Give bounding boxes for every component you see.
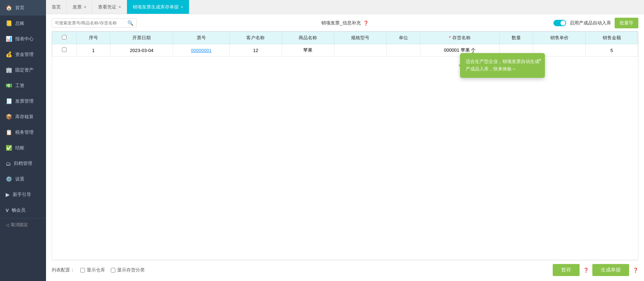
sidebar-item-label: 固定资产 <box>15 67 34 73</box>
save-help-icon[interactable]: ❓ <box>583 268 589 273</box>
settle-icon: ✅ <box>6 145 12 151</box>
tab-voucher-close[interactable]: × <box>119 5 121 10</box>
undo-label: 取消固定 <box>11 222 28 228</box>
sidebar-item-salary[interactable]: 💵 工资 <box>0 78 46 93</box>
vip-icon: V <box>6 208 9 213</box>
ledger-icon: 📒 <box>6 20 12 27</box>
sidebar-item-settle[interactable]: ✅ 结账 <box>0 140 46 156</box>
sidebar-item-report[interactable]: 📊 报表中心 <box>0 31 46 47</box>
header-unit: 单位 <box>386 32 420 44</box>
sidebar-item-tax[interactable]: 📋 税务管理 <box>0 125 46 140</box>
header-spec: 规格型号 <box>334 32 386 44</box>
bottom-bar: 列表配置： 显示仓库 显示存货分类 暂存 ❓ 生成单据 ❓ <box>52 260 638 277</box>
sidebar-item-invoice[interactable]: 🧾 发票管理 <box>0 93 46 109</box>
sidebar-item-fund[interactable]: 💰 资金管理 <box>0 47 46 62</box>
info-help-icon[interactable]: ❓ <box>363 21 369 26</box>
table-body: 1 2023-03-04 00000001 12 苹果 000001 苹果 个 … <box>52 44 638 57</box>
header-seq: 序号 <box>76 32 110 44</box>
tab-stock-close[interactable]: × <box>181 5 183 10</box>
guide-icon: ▶ <box>6 191 10 198</box>
tax-icon: 📋 <box>6 129 12 136</box>
header-date: 开票日期 <box>110 32 173 44</box>
top-bar: 🔍 销项发票_信息补充 ❓ 启用产成品自动入库 批量导 <box>52 18 638 28</box>
row-checkbox[interactable] <box>62 47 67 52</box>
row-amount: 5 <box>586 44 638 57</box>
ticket-link[interactable]: 00000001 <box>191 48 212 53</box>
generate-help-icon[interactable]: ❓ <box>633 268 638 273</box>
tab-voucher-label: 查看凭证 <box>98 4 116 10</box>
show-category-group: 显示存货分类 <box>111 267 145 273</box>
settings-icon: ⚙️ <box>6 176 12 182</box>
sidebar-item-guide[interactable]: ▶ 新手引导 <box>0 187 46 202</box>
sidebar-item-archive[interactable]: 🗂 归档管理 <box>0 156 46 171</box>
sidebar-item-assets[interactable]: 🏢 固定资产 <box>0 62 46 78</box>
sidebar-item-label: 税务管理 <box>15 129 34 136</box>
sidebar: 🏠 首页 📒 总账 📊 报表中心 💰 资金管理 🏢 固定资产 💵 工资 🧾 发票… <box>0 0 46 281</box>
tab-stock[interactable]: 销项发票生成库存单据 × <box>127 0 189 14</box>
tab-stock-label: 销项发票生成库存单据 <box>133 4 179 10</box>
undo-fixed-button[interactable]: ◁ 取消固定 <box>0 218 46 231</box>
row-spec <box>334 44 386 57</box>
data-table: 序号 开票日期 票号 客户名称 商品名称 规格型号 单位 * 存货名称 数量 销… <box>52 31 638 57</box>
table-row: 1 2023-03-04 00000001 12 苹果 000001 苹果 个 … <box>52 44 638 57</box>
sidebar-item-label: 设置 <box>15 176 24 182</box>
tab-bar: 首页 发票 × 查看凭证 × 销项发票生成库存单据 × <box>46 0 644 14</box>
tab-invoice-label: 发票 <box>73 4 82 10</box>
tab-invoice-close[interactable]: × <box>84 5 86 10</box>
archive-icon: 🗂 <box>6 161 11 167</box>
sidebar-item-label: 畅会员 <box>12 207 25 213</box>
list-config-label: 列表配置： <box>52 267 75 273</box>
data-table-wrapper: 序号 开票日期 票号 客户名称 商品名称 规格型号 单位 * 存货名称 数量 销… <box>52 31 638 260</box>
tab-home[interactable]: 首页 <box>46 0 67 14</box>
header-stock-name: * 存货名称 <box>420 32 499 44</box>
fund-icon: 💰 <box>6 51 12 58</box>
tab-invoice[interactable]: 发票 × <box>67 0 92 14</box>
select-all-checkbox[interactable] <box>62 35 67 40</box>
sidebar-item-ledger[interactable]: 📒 总账 <box>0 16 46 31</box>
header-product: 商品名称 <box>282 32 334 44</box>
table-header-row: 序号 开票日期 票号 客户名称 商品名称 规格型号 单位 * 存货名称 数量 销… <box>52 32 638 44</box>
row-date: 2023-03-04 <box>110 44 173 57</box>
generate-button[interactable]: 生成单据 <box>592 264 629 276</box>
sidebar-item-label: 首页 <box>15 5 24 11</box>
tooltip-pointer <box>456 63 461 68</box>
header-number: 票号 <box>173 32 230 44</box>
sidebar-item-label: 发票管理 <box>15 98 34 104</box>
action-buttons: 暂存 ❓ 生成单据 ❓ <box>553 264 638 276</box>
save-button[interactable]: 暂存 <box>553 264 580 276</box>
search-box[interactable]: 🔍 <box>52 18 137 28</box>
info-label-text: 销项发票_信息补充 <box>321 20 361 26</box>
row-unit <box>386 44 420 57</box>
sidebar-item-vip[interactable]: V 畅会员 <box>0 202 46 218</box>
sidebar-item-label: 新手引导 <box>13 191 31 198</box>
header-amount: 销售金额 <box>586 32 638 44</box>
header-unit-price: 销售单价 <box>533 32 586 44</box>
search-input[interactable] <box>55 21 125 25</box>
header-checkbox[interactable] <box>52 32 77 44</box>
show-warehouse-checkbox[interactable] <box>80 268 85 273</box>
sidebar-item-label: 工资 <box>15 82 24 89</box>
sidebar-item-home[interactable]: 🏠 首页 <box>0 0 46 16</box>
sidebar-item-inventory[interactable]: 📦 库存核算 <box>0 109 46 125</box>
header-quantity: 数量 <box>499 32 533 44</box>
tab-voucher[interactable]: 查看凭证 × <box>92 0 127 14</box>
right-controls: 启用产成品自动入库 批量导 <box>553 18 638 28</box>
batch-import-button[interactable]: 批量导 <box>615 18 638 28</box>
tooltip-close-button[interactable]: × <box>539 56 541 64</box>
row-checkbox-cell[interactable] <box>52 44 77 57</box>
undo-arrow-icon: ◁ <box>6 223 9 228</box>
show-warehouse-group: 显示仓库 <box>80 267 105 273</box>
report-icon: 📊 <box>6 36 12 42</box>
sidebar-item-settings[interactable]: ⚙️ 设置 <box>0 171 46 187</box>
page-content: 🔍 销项发票_信息补充 ❓ 启用产成品自动入库 批量导 <box>46 14 644 281</box>
tooltip-text: 适合生产型企业，销项发票自动生成产成品入库，快来体验～ <box>466 59 539 71</box>
list-config: 列表配置： 显示仓库 显示存货分类 <box>52 267 145 273</box>
tab-home-label: 首页 <box>52 4 61 10</box>
sidebar-item-label: 总账 <box>15 20 24 27</box>
auto-warehouse-toggle[interactable] <box>553 20 566 26</box>
show-category-checkbox[interactable] <box>111 268 115 273</box>
show-category-label: 显示存货分类 <box>117 267 145 273</box>
sidebar-item-label: 库存核算 <box>15 114 34 120</box>
row-number[interactable]: 00000001 <box>173 44 230 57</box>
feature-tooltip: × 适合生产型企业，销项发票自动生成产成品入库，快来体验～ <box>460 53 545 78</box>
